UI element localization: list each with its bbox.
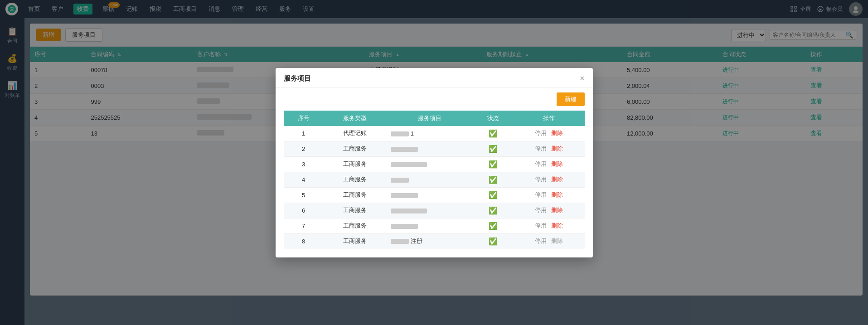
modal-title: 服务项目	[284, 74, 311, 83]
modal-table-wrap: 序号 服务类型 服务项目 状态 操作 1 代理记账 1 ✅ 停用	[276, 111, 593, 257]
delete-action[interactable]: 删除	[551, 130, 563, 136]
status-active-icon: ✅	[489, 238, 498, 245]
delete-action[interactable]: 删除	[551, 191, 563, 198]
status-active-icon: ✅	[489, 145, 498, 153]
modal-col-status: 状态	[473, 111, 513, 126]
stop-action[interactable]: 停用	[535, 176, 547, 183]
modal-col-type: 服务类型	[324, 111, 386, 126]
stop-action[interactable]: 停用	[535, 130, 547, 136]
modal-table-row: 2 工商服务 ✅ 停用 删除	[284, 141, 585, 156]
modal-table-row: 4 工商服务 ✅ 停用 删除	[284, 172, 585, 187]
modal-table-row: 6 工商服务 ✅ 停用 删除	[284, 203, 585, 218]
delete-action[interactable]: 删除	[551, 145, 563, 152]
modal-overlay: 服务项目 × 新建 序号 服务类型 服务项目 状态 操作	[0, 0, 868, 325]
stop-action[interactable]: 停用	[535, 222, 547, 229]
stop-action[interactable]: 停用	[535, 207, 547, 213]
modal-col-action: 操作	[514, 111, 585, 126]
modal-toolbar: 新建	[276, 88, 593, 111]
status-active-icon: ✅	[489, 176, 498, 184]
modal-close-button[interactable]: ×	[580, 74, 585, 82]
modal-header: 服务项目 ×	[276, 68, 593, 88]
modal-table-row: 1 代理记账 1 ✅ 停用 删除	[284, 126, 585, 141]
modal-col-seq: 序号	[284, 111, 324, 126]
modal-col-project: 服务项目	[386, 111, 473, 126]
modal-table-row: 7 工商服务 ✅ 停用 删除	[284, 218, 585, 233]
stop-action[interactable]: 停用	[535, 191, 547, 198]
stop-action[interactable]: 停用	[535, 160, 547, 167]
service-items-table: 序号 服务类型 服务项目 状态 操作 1 代理记账 1 ✅ 停用	[284, 111, 585, 249]
delete-action[interactable]: 删除	[551, 176, 563, 183]
stop-action[interactable]: 停用	[535, 238, 547, 244]
status-active-icon: ✅	[489, 191, 498, 199]
stop-action[interactable]: 停用	[535, 145, 547, 152]
delete-action[interactable]: 删除	[551, 222, 563, 229]
modal-new-button[interactable]: 新建	[557, 92, 585, 106]
modal-table-row: 5 工商服务 ✅ 停用 删除	[284, 187, 585, 203]
delete-action[interactable]: 删除	[551, 207, 563, 213]
status-active-icon: ✅	[489, 160, 498, 168]
service-modal: 服务项目 × 新建 序号 服务类型 服务项目 状态 操作	[276, 68, 593, 257]
modal-table-row: 8 工商服务 注册 ✅ 停用 删除	[284, 233, 585, 249]
status-active-icon: ✅	[489, 130, 498, 137]
status-active-icon: ✅	[489, 207, 498, 214]
modal-table-row: 3 工商服务 ✅ 停用 删除	[284, 156, 585, 172]
delete-action-disabled[interactable]: 删除	[551, 238, 563, 244]
status-active-icon: ✅	[489, 222, 498, 230]
delete-action[interactable]: 删除	[551, 160, 563, 167]
